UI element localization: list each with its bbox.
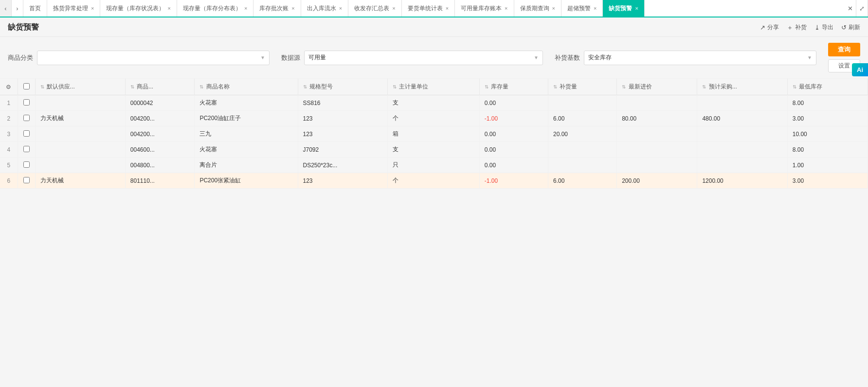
row-index-0: 1: [0, 95, 18, 111]
table-row: 1 0000042 火花塞 SS816 支 0.00 8.00: [0, 95, 868, 111]
filter-replenish-base: 补货基数 安全库存 ▼: [555, 51, 816, 65]
row-checkbox-3[interactable]: [18, 142, 35, 158]
row-replenish-5: 6.00: [548, 173, 617, 189]
tab-close-btn-6[interactable]: ×: [392, 5, 395, 11]
row-select-checkbox-5[interactable]: [23, 177, 30, 183]
tab-item-2[interactable]: 现存量（库存状况表）×: [100, 0, 177, 17]
replenish-btn[interactable]: ＋ 补货: [787, 23, 807, 32]
share-btn[interactable]: ↗ 分享: [760, 23, 779, 32]
row-product-name-4: 离合片: [195, 158, 298, 173]
col-stock[interactable]: ⇅ 库存量: [479, 79, 548, 95]
row-select-checkbox-3[interactable]: [23, 146, 30, 152]
sort-icon-6: ⇅: [485, 84, 488, 89]
row-unit-0: 支: [387, 95, 479, 111]
row-latest-price-1: 80.00: [617, 111, 697, 126]
row-index-1: 2: [0, 111, 18, 126]
tab-item-4[interactable]: 库存批次账×: [253, 0, 301, 17]
refresh-btn[interactable]: ↺ 刷新: [841, 23, 860, 32]
table-row: 6 力天机械 801110... PC200张紧油缸 123 个 -1.00 6…: [0, 173, 868, 189]
col-supplier[interactable]: ⇅ 默认供应...: [35, 79, 125, 95]
row-product-code-4: 004800...: [125, 158, 195, 173]
tab-close-all-btn[interactable]: ✕: [845, 0, 856, 17]
replenish-icon: ＋: [787, 23, 793, 32]
col-gear[interactable]: ⚙: [0, 79, 18, 95]
tab-close-btn-5[interactable]: ×: [339, 5, 342, 11]
tab-item-7[interactable]: 要货单统计表×: [402, 0, 455, 17]
row-stock-1: -1.00: [479, 111, 548, 126]
tab-item-5[interactable]: 出入库流水×: [301, 0, 348, 17]
row-checkbox-5[interactable]: [18, 173, 35, 189]
tab-item-8[interactable]: 可用量库存账本×: [455, 0, 514, 17]
col-estimated-purchase[interactable]: ⇅ 预计采购...: [697, 79, 787, 95]
row-spec-3: J7092: [298, 142, 387, 158]
sort-icon-7: ⇅: [553, 84, 557, 89]
query-button[interactable]: 查询: [828, 43, 860, 56]
row-checkbox-2[interactable]: [18, 126, 35, 142]
row-select-checkbox-2[interactable]: [23, 130, 30, 137]
row-supplier-3: [35, 142, 125, 158]
tab-next-btn[interactable]: ›: [12, 0, 23, 17]
col-spec[interactable]: ⇅ 规格型号: [298, 79, 387, 95]
row-select-checkbox-0[interactable]: [23, 99, 30, 106]
tab-maximize-btn[interactable]: ⤢: [856, 0, 868, 17]
col-replenish[interactable]: ⇅ 补货量: [548, 79, 617, 95]
row-checkbox-0[interactable]: [18, 95, 35, 111]
tab-close-btn-1[interactable]: ×: [91, 5, 94, 11]
header-actions: ↗ 分享 ＋ 补货 ⤓ 导出 ↺ 刷新: [760, 23, 860, 32]
row-product-code-1: 004200...: [125, 111, 195, 126]
filter-datasource-select[interactable]: 可用量 ▼: [304, 51, 543, 65]
tab-item-11[interactable]: 缺货预警×: [603, 0, 644, 17]
row-supplier-5: 力天机械: [35, 173, 125, 189]
tab-close-btn-7[interactable]: ×: [446, 5, 449, 11]
tab-item-1[interactable]: 拣货异常处理×: [47, 0, 100, 17]
tab-close-btn-10[interactable]: ×: [594, 5, 597, 11]
col-min-stock[interactable]: ⇅ 最低库存: [787, 79, 868, 95]
col-product-name[interactable]: ⇅ 商品名称: [195, 79, 298, 95]
row-checkbox-1[interactable]: [18, 111, 35, 126]
row-replenish-2: 20.00: [548, 126, 617, 142]
tab-item-10[interactable]: 超储预警×: [561, 0, 603, 17]
sort-icon-4: ⇅: [303, 84, 307, 89]
table-container: ⚙ ⇅ 默认供应... ⇅ 商品... ⇅ 商品名称 ⇅: [0, 79, 868, 189]
select-all-checkbox[interactable]: [23, 83, 30, 89]
gear-icon[interactable]: ⚙: [6, 84, 11, 90]
tab-item-9[interactable]: 保质期查询×: [514, 0, 561, 17]
tab-close-btn-11[interactable]: ×: [635, 5, 638, 11]
row-product-name-2: 三九: [195, 126, 298, 142]
filter-category-select[interactable]: ▼: [37, 51, 270, 65]
filter-replenish-base-select[interactable]: 安全库存 ▼: [584, 51, 816, 65]
tab-item-3[interactable]: 现存量（库存分布表）×: [177, 0, 253, 17]
col-unit[interactable]: ⇅ 主计量单位: [387, 79, 479, 95]
row-product-code-0: 0000042: [125, 95, 195, 111]
tab-item-6[interactable]: 收发存汇总表×: [348, 0, 401, 17]
tab-close-btn-4[interactable]: ×: [291, 5, 294, 11]
table-header-row: ⚙ ⇅ 默认供应... ⇅ 商品... ⇅ 商品名称 ⇅: [0, 79, 868, 95]
row-estimated-purchase-1: 480.00: [697, 111, 787, 126]
sort-icon-2: ⇅: [130, 84, 134, 89]
row-replenish-0: [548, 95, 617, 111]
chevron-down-icon: ▼: [260, 55, 265, 60]
row-spec-0: SS816: [298, 95, 387, 111]
row-spec-1: 123: [298, 111, 387, 126]
refresh-icon: ↺: [841, 24, 847, 31]
row-supplier-2: [35, 126, 125, 142]
col-checkbox-header[interactable]: [18, 79, 35, 95]
row-select-checkbox-4[interactable]: [23, 161, 30, 168]
tab-item-0[interactable]: 首页: [23, 0, 47, 17]
row-index-4: 5: [0, 158, 18, 173]
row-latest-price-2: [617, 126, 697, 142]
row-select-checkbox-1[interactable]: [23, 115, 30, 121]
row-checkbox-4[interactable]: [18, 158, 35, 173]
col-product-code[interactable]: ⇅ 商品...: [125, 79, 195, 95]
row-estimated-purchase-3: [697, 142, 787, 158]
ai-badge[interactable]: Ai: [852, 63, 868, 76]
export-btn[interactable]: ⤓ 导出: [814, 23, 833, 32]
tab-close-btn-2[interactable]: ×: [167, 5, 170, 11]
tab-prev-btn[interactable]: ‹: [0, 0, 12, 17]
col-latest-price[interactable]: ⇅ 最新进价: [617, 79, 697, 95]
tab-close-btn-3[interactable]: ×: [244, 5, 247, 11]
share-icon: ↗: [760, 24, 765, 31]
tab-close-btn-8[interactable]: ×: [505, 5, 507, 11]
filter-replenish-base-label: 补货基数: [555, 53, 580, 62]
tab-close-btn-9[interactable]: ×: [552, 5, 555, 11]
